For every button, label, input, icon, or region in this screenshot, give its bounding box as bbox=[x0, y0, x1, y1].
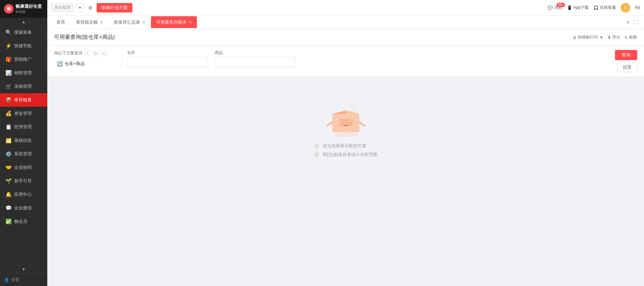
message-icon: 💬 bbox=[548, 5, 553, 10]
sidebar-item-label: 企业微信 bbox=[14, 205, 32, 211]
sidebar-item-label: 系统管理 bbox=[14, 151, 32, 157]
sidebar-item-label: 快捷导航 bbox=[14, 43, 32, 49]
refresh-btn[interactable]: ↻ 刷新 bbox=[624, 34, 637, 40]
sidebar-item-label: 库存核算 bbox=[14, 97, 32, 103]
print-btn[interactable]: 🖨 按模板打印 ▼ bbox=[572, 34, 603, 40]
sidebar-item-wechat[interactable]: 💬 企业微信 bbox=[0, 201, 47, 215]
breadcrumb: 库存核算 bbox=[51, 3, 74, 12]
print-icon: 🖨 bbox=[572, 35, 576, 40]
username-label[interactable]: Rit bbox=[635, 5, 640, 10]
tab-summary-label: 收发存汇总表 bbox=[114, 19, 140, 25]
hint-text-2: 用[过滤]条件来缩小分析范围 bbox=[323, 152, 378, 158]
message-badge: 99+ bbox=[557, 3, 565, 7]
close-all-btn[interactable]: ✕ bbox=[624, 19, 632, 26]
sidebar-item-search[interactable]: 🔍 搜索菜单 bbox=[0, 26, 47, 39]
refresh-icon: ↻ bbox=[624, 35, 628, 40]
sidebar-item-marketing[interactable]: 🎁 营销推广 bbox=[0, 53, 47, 66]
main-area: 库存核算 ▼ ⚙ 体验行业方案 💬 消息 99+ 📱 App下载 🎧 在线客服 … bbox=[47, 0, 644, 286]
tab-available-label: 可用量库存账本 bbox=[156, 19, 187, 25]
tab-batch-close[interactable]: ✕ bbox=[100, 20, 103, 25]
tabbar: 首页 库存批次账 ✕ 收发存汇总表 ✕ 可用量库存账本 ✕ ✕ ⛶ bbox=[47, 16, 644, 29]
settings-btn[interactable]: 设置 bbox=[617, 62, 637, 72]
service-btn[interactable]: 🎧 在线客服 bbox=[593, 5, 616, 10]
trial-btn[interactable]: 体验行业方案 bbox=[97, 3, 132, 12]
sidebar-item-label: 经营管理 bbox=[14, 124, 32, 130]
filter-goods-label: 商品 bbox=[215, 50, 296, 56]
filter-goods-input[interactable]: ··· bbox=[215, 57, 296, 67]
sidebar-item-purchase[interactable]: 🛒 采购管理 bbox=[0, 80, 47, 93]
service-icon: 🎧 bbox=[593, 5, 598, 10]
edition-label: 标准版 bbox=[16, 9, 42, 14]
export-label: 导出 bbox=[612, 34, 620, 40]
sidebar-item-member[interactable]: ✅ 畅会员 bbox=[0, 215, 47, 228]
filter-warehouse-input[interactable]: ··· bbox=[127, 57, 208, 67]
add-scheme-btn[interactable]: ＋ bbox=[84, 50, 91, 56]
filter-goods-placeholder: ··· bbox=[218, 60, 221, 64]
hint-num-2: 2 bbox=[314, 152, 320, 158]
breadcrumb-dropdown-btn[interactable]: ▼ bbox=[76, 4, 84, 11]
tab-summary[interactable]: 收发存汇总表 ✕ bbox=[109, 16, 150, 28]
member-icon: ✅ bbox=[5, 218, 11, 225]
filter-warehouse-placeholder: ··· bbox=[130, 60, 133, 64]
basic-icon: 🗂️ bbox=[5, 137, 11, 144]
avatar[interactable]: R bbox=[621, 3, 630, 12]
tab-available[interactable]: 可用量库存账本 ✕ bbox=[151, 16, 197, 28]
shortcut-icon: ⚡ bbox=[5, 43, 11, 49]
export-btn[interactable]: ⬇ 导出 bbox=[608, 34, 620, 40]
search-icon: 🔍 bbox=[5, 29, 11, 35]
tab-batch-label: 库存批次账 bbox=[76, 19, 98, 25]
cooperation-icon: 🤝 bbox=[5, 164, 11, 171]
expand-btn[interactable]: ⛶ bbox=[633, 19, 640, 26]
sidebar-footer-icon: 👤 bbox=[4, 278, 9, 282]
empty-hint-2: 2 用[过滤]条件来缩小分析范围 bbox=[314, 152, 378, 158]
sidebar: 畅 畅康通好生意 标准版 ▲ 🔍 搜索菜单 ⚡ 快捷导航 🎁 营销推广 📊 销售… bbox=[0, 0, 47, 286]
tab-summary-close[interactable]: ✕ bbox=[142, 20, 145, 25]
app-download-btn[interactable]: 📱 App下载 bbox=[567, 5, 589, 10]
sidebar-item-sales[interactable]: 📊 销售管理 bbox=[0, 66, 47, 80]
scheme-section: 按以下方案查询 ＋ ⊙ « 🔄 仓库+商品 bbox=[54, 50, 122, 69]
operations-icon: 📋 bbox=[5, 124, 11, 130]
sidebar-item-label: 采购管理 bbox=[14, 83, 32, 89]
gear-btn[interactable]: ⚙ bbox=[86, 4, 94, 11]
message-btn[interactable]: 💬 消息 99+ bbox=[548, 5, 562, 10]
sidebar-item-label: 营销推广 bbox=[14, 56, 32, 62]
sidebar-item-shortcut[interactable]: ⚡ 快捷导航 bbox=[0, 39, 47, 53]
empty-state: 1 请先选择要分析的方案 2 用[过滤]条件来缩小分析范围 bbox=[47, 77, 644, 185]
service-label: 在线客服 bbox=[600, 5, 616, 10]
sidebar-item-cooperation[interactable]: 🤝 企业协同 bbox=[0, 161, 47, 174]
wechat-icon: 💬 bbox=[5, 205, 11, 211]
system-icon: ⚙️ bbox=[5, 151, 11, 157]
collapse-scheme-btn[interactable]: « bbox=[101, 50, 107, 56]
sidebar-item-finance[interactable]: 💰 资金管理 bbox=[0, 107, 47, 120]
query-btn[interactable]: 查询 bbox=[615, 50, 637, 60]
sidebar-item-operations[interactable]: 📋 经营管理 bbox=[0, 120, 47, 134]
sidebar-item-basic[interactable]: 🗂️ 基础信息 bbox=[0, 134, 47, 147]
sidebar-item-inventory[interactable]: 📦 库存核算 bbox=[0, 93, 47, 107]
tab-batch[interactable]: 库存批次账 ✕ bbox=[71, 16, 108, 28]
scheme-item-warehouse-goods[interactable]: 🔄 仓库+商品 bbox=[54, 59, 117, 69]
query-btn-section: 查询 设置 bbox=[615, 50, 637, 72]
sidebar-item-system[interactable]: ⚙️ 系统管理 bbox=[0, 147, 47, 161]
sidebar-scroll-up[interactable]: ▲ bbox=[0, 18, 47, 26]
sidebar-item-label: 基础信息 bbox=[14, 137, 32, 144]
page-title: 可用量查询(按仓库+商品) bbox=[54, 34, 115, 41]
sidebar-item-label: 销售管理 bbox=[14, 70, 32, 76]
newbie-icon: 🌱 bbox=[5, 178, 11, 184]
tab-available-close[interactable]: ✕ bbox=[189, 20, 192, 25]
filter-goods-group: 商品 ··· bbox=[215, 50, 296, 67]
empty-hints: 1 请先选择要分析的方案 2 用[过滤]条件来缩小分析范围 bbox=[314, 143, 378, 158]
sidebar-footer[interactable]: 👤 设置 bbox=[0, 273, 47, 286]
app-icon: 📱 bbox=[567, 5, 572, 10]
tab-home[interactable]: 首页 bbox=[51, 16, 70, 28]
sidebar-scroll-down[interactable]: ▼ bbox=[0, 265, 47, 273]
sidebar-item-label: 畅会员 bbox=[14, 218, 27, 225]
sidebar-item-appstore[interactable]: 🔔 应用中心 bbox=[0, 188, 47, 201]
query-panel: 按以下方案查询 ＋ ⊙ « 🔄 仓库+商品 仓库 ··· bbox=[47, 46, 644, 77]
filter-section: 仓库 ··· 商品 ··· bbox=[122, 50, 615, 67]
scheme-item-label: 仓库+商品 bbox=[65, 61, 85, 67]
sidebar-item-newbie[interactable]: 🌱 新手引导 bbox=[0, 174, 47, 188]
empty-illustration bbox=[326, 104, 366, 137]
sidebar-footer-label: 设置 bbox=[11, 277, 19, 283]
content-area: 可用量查询(按仓库+商品) 🖨 按模板打印 ▼ ⬇ 导出 ↻ 刷新 bbox=[47, 29, 644, 286]
settings-scheme-btn[interactable]: ⊙ bbox=[93, 50, 99, 56]
